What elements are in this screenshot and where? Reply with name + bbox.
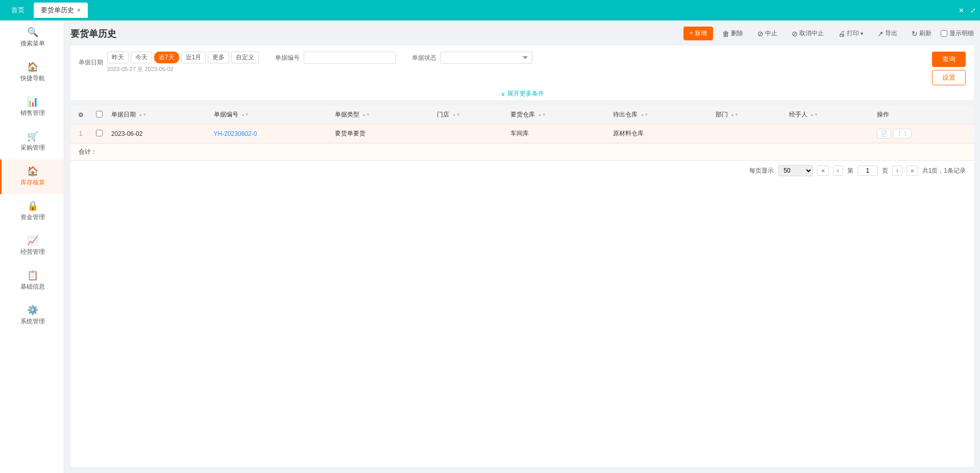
date-btn-today[interactable]: 今天 — [131, 52, 152, 63]
export-button[interactable]: ↗ 导出 — [872, 27, 902, 40]
cancel-stop-icon: ⊘ — [792, 30, 798, 38]
search-menu-icon: 🔍 — [27, 28, 38, 37]
sidebar-item-inventory[interactable]: 🏠 库存核算 — [0, 159, 64, 194]
date-btn-1month[interactable]: 近1月 — [181, 52, 206, 63]
delete-button[interactable]: 🗑 删除 — [717, 27, 748, 40]
sidebar-item-search-menu[interactable]: 🔍 搜索菜单 — [0, 20, 64, 55]
delete-icon: 🗑 — [722, 30, 729, 38]
page-input[interactable] — [857, 165, 878, 176]
setting-button-label: 设置 — [942, 74, 955, 81]
row-action-buttons: 📄 ⋮⋮ — [877, 129, 970, 138]
last-page-button[interactable]: » — [906, 165, 918, 176]
row-actions: 📄 ⋮⋮ — [873, 125, 974, 143]
date-filter-group: 单据日期 昨天 今天 近7天 近1月 更多 自定义 2023-05-27 至 2… — [79, 52, 259, 73]
doc-num-input[interactable] — [304, 52, 396, 64]
col-dept[interactable]: 部门 ▲▼ — [712, 105, 785, 125]
refresh-label: 刷新 — [919, 29, 932, 38]
col-checkbox — [91, 105, 107, 125]
col-doc-date[interactable]: 单据日期 ▲▼ — [107, 105, 210, 125]
sidebar-item-operations-mgmt[interactable]: 📈 经营管理 — [0, 229, 64, 264]
sidebar-item-inventory-label: 库存核算 — [20, 178, 45, 187]
total-info: 共1页，1条记录 — [922, 167, 966, 175]
sidebar-item-basic-info[interactable]: 📋 基础信息 — [0, 264, 64, 298]
query-button[interactable]: 查询 — [932, 52, 966, 67]
print-label: 打印 — [847, 29, 859, 38]
refresh-button[interactable]: ↻ 刷新 — [906, 27, 937, 40]
sort-dept-icon: ▲▼ — [730, 112, 739, 117]
row-num: 1 — [70, 125, 91, 143]
col-store[interactable]: 门店 ▲▼ — [433, 105, 506, 125]
page-size-select[interactable]: 10 20 50 100 — [778, 165, 813, 176]
row-doc-date: 2023-06-02 — [107, 125, 210, 143]
stop-label: 中止 — [765, 29, 777, 38]
date-btn-7days[interactable]: 近7天 — [154, 52, 179, 63]
tab-bar: 首页 要货单历史 × — [4, 3, 959, 18]
expand-down-icon: ∨ — [501, 90, 505, 98]
select-all-checkbox[interactable] — [96, 111, 103, 117]
sort-doc-num-icon: ▲▼ — [241, 112, 249, 117]
sidebar-item-finance-mgmt[interactable]: 🔒 资金管理 — [0, 194, 64, 229]
print-button[interactable]: 🖨 打印 ▾ — [833, 27, 868, 40]
tab-home[interactable]: 首页 — [4, 3, 32, 18]
doc-num-link[interactable]: YH-20230602-0 — [214, 130, 257, 137]
new-button-label: + 新增 — [690, 29, 707, 38]
sidebar: 🔍 搜索菜单 🏠 快捷导航 📊 销售管理 🛒 采购管理 🏠 库存核算 🔒 资金管… — [0, 20, 64, 473]
row-pending-warehouse: 原材料仓库 — [609, 125, 712, 143]
top-bar: 首页 要货单历史 × ✕ ⤢ — [0, 0, 980, 20]
print-dropdown-icon: ▾ — [861, 31, 863, 36]
row-req-warehouse: 车间库 — [506, 125, 609, 143]
col-settings[interactable]: ⚙ — [70, 105, 91, 125]
col-doc-type[interactable]: 单据类型 ▲▼ — [331, 105, 433, 125]
row-store — [433, 125, 506, 143]
col-handler[interactable]: 经手人 ▲▼ — [785, 105, 873, 125]
window-maximize-icon[interactable]: ⤢ — [970, 7, 976, 14]
window-close-icon[interactable]: ✕ — [959, 7, 964, 14]
sidebar-item-search-menu-label: 搜索菜单 — [20, 39, 45, 48]
date-btn-yesterday[interactable]: 昨天 — [107, 52, 129, 63]
refresh-icon: ↻ — [912, 30, 918, 38]
row-more-button[interactable]: ⋮⋮ — [893, 129, 912, 138]
stop-icon: ⊘ — [757, 30, 764, 38]
content-area: 要货单历史 + 新增 🗑 删除 ⊘ 中止 ⊘ 取消中止 🖨 — [64, 20, 980, 473]
basic-info-icon: 📋 — [27, 271, 38, 280]
sidebar-item-sales-mgmt[interactable]: 📊 销售管理 — [0, 90, 64, 125]
date-btn-more[interactable]: 更多 — [208, 52, 229, 63]
operations-mgmt-icon: 📈 — [27, 236, 38, 245]
col-doc-num[interactable]: 单据编号 ▲▼ — [210, 105, 331, 125]
status-select[interactable] — [440, 52, 532, 64]
cancel-stop-label: 取消中止 — [799, 29, 824, 38]
display-detail-toggle[interactable]: 显示明细 — [941, 29, 974, 38]
page-header: 要货单历史 + 新增 🗑 删除 ⊘ 中止 ⊘ 取消中止 🖨 — [70, 27, 974, 40]
tab-purchase-history[interactable]: 要货单历史 × — [34, 3, 88, 18]
setting-button[interactable]: 设置 — [932, 70, 966, 85]
date-btn-custom[interactable]: 自定义 — [231, 52, 259, 63]
status-label: 单据状态 — [412, 54, 436, 62]
next-page-button[interactable]: › — [892, 165, 902, 176]
cancel-stop-button[interactable]: ⊘ 取消中止 — [787, 27, 829, 40]
sidebar-item-system-mgmt[interactable]: ⚙️ 系统管理 — [0, 298, 64, 333]
sidebar-item-sales-mgmt-label: 销售管理 — [20, 109, 45, 117]
sidebar-item-quick-nav[interactable]: 🏠 快捷导航 — [0, 55, 64, 90]
page-size-label: 每页显示 — [749, 167, 774, 175]
expand-more-btn[interactable]: ∨ 展开更多条件 — [79, 89, 966, 98]
row-view-button[interactable]: 📄 — [877, 129, 891, 138]
page-unit: 页 — [882, 167, 888, 175]
sidebar-item-purchase-mgmt[interactable]: 🛒 采购管理 — [0, 125, 64, 159]
doc-num-label: 单据编号 — [275, 54, 300, 62]
tab-close-icon[interactable]: × — [77, 7, 81, 14]
display-detail-checkbox[interactable] — [941, 30, 947, 37]
prev-page-button[interactable]: ‹ — [833, 165, 843, 176]
first-page-button[interactable]: « — [817, 165, 829, 176]
sort-store-icon: ▲▼ — [452, 112, 460, 117]
new-button[interactable]: + 新增 — [683, 27, 713, 40]
stop-button[interactable]: ⊘ 中止 — [752, 27, 782, 40]
row-dept — [712, 125, 785, 143]
tab-home-label: 首页 — [11, 6, 24, 15]
row-checkbox[interactable] — [96, 130, 103, 136]
col-pending-warehouse[interactable]: 待出仓库 ▲▼ — [609, 105, 712, 125]
row-handler — [785, 125, 873, 143]
col-req-warehouse[interactable]: 要货仓库 ▲▼ — [506, 105, 609, 125]
date-range-display: 2023-05-27 至 2023-06-02 — [107, 65, 259, 73]
sort-handler-icon: ▲▼ — [810, 112, 818, 117]
table-header-row: ⚙ 单据日期 ▲▼ 单据编号 ▲▼ 单据类型 ▲▼ — [70, 105, 974, 125]
